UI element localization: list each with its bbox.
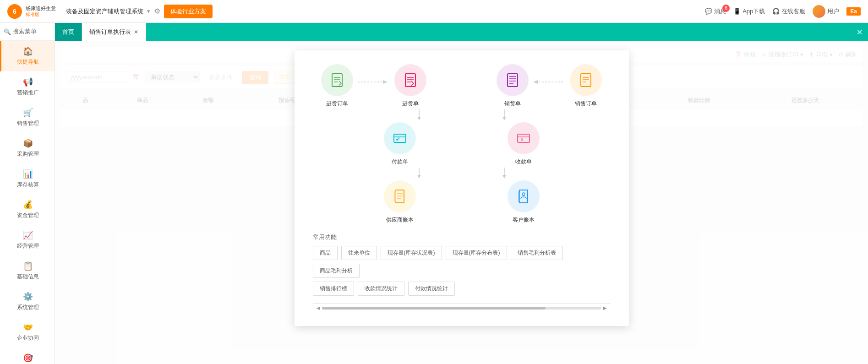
- payment-bill-label: 付款单: [392, 158, 408, 166]
- header-right: 💬 消息 6 📱 App下载 🎧 在线客服 用户 Ea: [705, 5, 861, 18]
- purchase-bill-circle: [394, 64, 426, 96]
- operation-icon: 📈: [23, 230, 33, 240]
- sidebar-item-label: 库存核算: [17, 181, 39, 189]
- tab-home[interactable]: 首页: [55, 23, 82, 41]
- quick-nav-icon: 🏠: [23, 46, 33, 56]
- top-header: 6 畅康通好生意 标准版 装备及固定资产辅助管理系统 ▾ ⚙ 体验行业方案 💬 …: [0, 0, 868, 23]
- svg-marker-16: [533, 80, 538, 84]
- flow-item-sales-order[interactable]: 销售订单: [570, 64, 602, 108]
- tab-sales-order-exec[interactable]: 销售订单执行表 ✕: [82, 23, 146, 41]
- func-btn-partners[interactable]: 往来单位: [341, 246, 377, 260]
- sidebar-item-operation[interactable]: 📈 经营管理: [0, 225, 55, 255]
- message-badge: 6: [722, 5, 730, 12]
- sidebar-item-basic-info[interactable]: 📋 基础信息: [0, 255, 55, 286]
- sales-bill-label: 销货单: [504, 100, 521, 108]
- system-title-area: 装备及固定资产辅助管理系统 ▾ ⚙ 体验行业方案: [62, 5, 705, 18]
- online-service-item[interactable]: 🎧 在线客服: [772, 7, 805, 16]
- sales-bill-circle: [497, 64, 529, 96]
- svg-rect-0: [332, 74, 342, 87]
- sidebar-item-label: 资金管理: [17, 212, 39, 219]
- supplier-ledger-circle: [384, 180, 416, 212]
- supplier-ledger-label: 供应商账本: [386, 216, 414, 224]
- logo-area: 6 畅康通好生意 标准版: [7, 4, 62, 19]
- scroll-thumb: [322, 307, 546, 310]
- sidebar-item-enterprise[interactable]: 🤝 企业协同: [0, 317, 55, 348]
- logo-text: 畅康通好生意 标准版: [26, 5, 56, 17]
- enterprise-icon: 🤝: [23, 322, 33, 332]
- func-btn-product-profit[interactable]: 商品毛利分析: [313, 264, 360, 278]
- svg-marker-35: [502, 175, 506, 179]
- sidebar-item-finance[interactable]: 💰 资金管理: [0, 194, 55, 225]
- svg-marker-33: [417, 175, 421, 179]
- flow-item-purchase-order[interactable]: 进货订单: [321, 64, 353, 108]
- func-btn-stock-status[interactable]: 现存量(库存状况表): [381, 246, 442, 260]
- app-download-item[interactable]: 📱 App下载: [733, 7, 765, 16]
- page-content: ❓ 帮助 🖨 按模板打印 ▾ ⬆ 导出 ▾ ↺ 刷新 📅: [55, 41, 868, 364]
- dropdown-icon[interactable]: ▾: [147, 8, 150, 15]
- logo-icon: 6: [7, 4, 22, 19]
- sidebar-search[interactable]: 🔍 搜索菜单: [0, 23, 55, 41]
- main-content: 首页 销售订单执行表 ✕ ✕ ❓ 帮助 🖨 按模板打印 ▾ ⬆ 导出 ▾: [55, 23, 868, 364]
- scroll-right-icon[interactable]: ▶: [603, 305, 607, 310]
- settings-icon[interactable]: ⚙: [154, 7, 160, 16]
- receipt-bill-circle: ¥: [508, 122, 540, 154]
- experience-button[interactable]: 体验行业方案: [164, 5, 213, 18]
- sidebar-item-newbie[interactable]: 🎯 新手引导: [0, 348, 55, 364]
- flow-item-customer-ledger[interactable]: 客户账本: [508, 180, 540, 224]
- func-btn-product[interactable]: 商品: [313, 246, 338, 260]
- customer-ledger-label: 客户账本: [513, 216, 535, 224]
- flow-item-supplier-ledger[interactable]: 供应商账本: [384, 180, 416, 224]
- sidebar-item-marketing[interactable]: 📢 营销推广: [0, 71, 55, 102]
- finance-icon: 💰: [23, 200, 33, 210]
- sidebar-item-label: 经营管理: [17, 242, 39, 250]
- tab-bar: 首页 销售订单执行表 ✕ ✕: [55, 23, 868, 41]
- svg-marker-22: [417, 117, 421, 120]
- user-label: 用户: [827, 7, 839, 16]
- tab-bar-close-icon[interactable]: ✕: [857, 28, 863, 37]
- sidebar-item-label: 基础信息: [17, 273, 39, 281]
- message-item[interactable]: 💬 消息 6: [705, 7, 726, 16]
- func-btn-sales-profit[interactable]: 销售毛利分析表: [511, 246, 563, 260]
- sales-order-exec-tab-label: 销售订单执行表: [89, 28, 131, 36]
- svg-rect-41: [519, 190, 528, 203]
- scroll-left-icon[interactable]: ◀: [317, 305, 320, 310]
- user-item[interactable]: 用户: [813, 5, 839, 18]
- quick-nav-panel: 进货订单: [295, 50, 629, 326]
- func-btn-row-1: 商品 往来单位 现存量(库存状况表) 现存量(库存分布表) 销售毛利分析表 商品…: [313, 246, 611, 278]
- tab-close-icon[interactable]: ✕: [134, 29, 138, 35]
- sidebar-item-inventory[interactable]: 📊 库存核算: [0, 163, 55, 194]
- scroll-bar-area: ◀ ▶: [313, 303, 611, 312]
- avatar: [813, 5, 825, 18]
- flow-item-sales-bill[interactable]: 销货单: [497, 64, 529, 108]
- svg-marker-5: [383, 80, 388, 84]
- flow-item-receipt-bill[interactable]: ¥ 收款单: [508, 122, 540, 166]
- sidebar-item-system[interactable]: ⚙️ 系统管理: [0, 286, 55, 317]
- flow-item-purchase-bill[interactable]: 进货单: [394, 64, 426, 108]
- ea-badge: Ea: [846, 7, 861, 16]
- svg-rect-36: [396, 190, 404, 203]
- sales-order-label: 销售订单: [575, 100, 597, 108]
- service-icon: 🎧: [772, 8, 780, 15]
- search-label: 搜索菜单: [13, 27, 37, 36]
- func-btn-payment-stats[interactable]: 付款情况统计: [408, 282, 455, 296]
- svg-rect-42: [518, 191, 519, 202]
- func-btn-stock-dist[interactable]: 现存量(库存分布表): [446, 246, 507, 260]
- marketing-icon: 📢: [23, 77, 33, 87]
- func-btn-sales-rank[interactable]: 销售排行榜: [313, 282, 354, 296]
- sidebar-item-label: 快捷导航: [17, 58, 39, 66]
- sidebar-item-quick-nav[interactable]: 🏠 快捷导航: [0, 41, 55, 71]
- purchase-bill-label: 进货单: [402, 100, 419, 108]
- payment-bill-circle: ¥: [384, 122, 416, 154]
- func-btn-receipt-stats[interactable]: 收款情况统计: [358, 282, 404, 296]
- sidebar-item-label: 销售管理: [17, 120, 39, 127]
- system-title: 装备及固定资产辅助管理系统: [66, 7, 143, 16]
- sidebar-item-purchase[interactable]: 📦 采购管理: [0, 133, 55, 163]
- svg-rect-25: [394, 134, 406, 142]
- app-download-label: App下载: [742, 7, 765, 16]
- scroll-track[interactable]: [322, 307, 601, 310]
- svg-marker-24: [502, 117, 506, 120]
- flow-item-payment-bill[interactable]: ¥ 付款单: [384, 122, 416, 166]
- sidebar-item-sales[interactable]: 🛒 销售管理: [0, 102, 55, 133]
- sidebar-item-label: 系统管理: [17, 304, 39, 311]
- svg-rect-37: [394, 191, 396, 202]
